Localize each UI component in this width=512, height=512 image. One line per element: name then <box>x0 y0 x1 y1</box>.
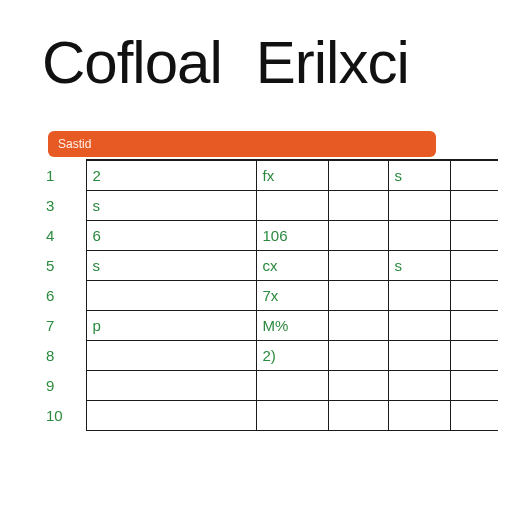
cell[interactable] <box>388 370 450 400</box>
cell[interactable] <box>450 340 498 370</box>
table-row: 7 p M% <box>42 310 498 340</box>
table-row: 10 <box>42 400 498 430</box>
cell[interactable] <box>86 370 256 400</box>
cell[interactable] <box>256 370 328 400</box>
cell[interactable]: fx <box>256 160 328 190</box>
cell[interactable]: s <box>86 250 256 280</box>
cell[interactable] <box>450 250 498 280</box>
cell[interactable] <box>328 160 388 190</box>
cell[interactable] <box>450 220 498 250</box>
cell[interactable] <box>388 280 450 310</box>
cell[interactable]: cx <box>256 250 328 280</box>
cell[interactable]: s <box>388 250 450 280</box>
cell[interactable] <box>86 340 256 370</box>
cell[interactable] <box>388 400 450 430</box>
cell[interactable] <box>328 220 388 250</box>
table-row: 5 s cx s <box>42 250 498 280</box>
cell[interactable]: 6 <box>86 220 256 250</box>
page-title: CofloalErilxci <box>42 28 490 97</box>
cell[interactable] <box>450 370 498 400</box>
cell[interactable] <box>328 340 388 370</box>
cell[interactable] <box>86 400 256 430</box>
table-row: 9 <box>42 370 498 400</box>
sheet-header-label: Sastid <box>58 137 91 151</box>
row-number: 5 <box>42 250 86 280</box>
cell[interactable]: s <box>86 190 256 220</box>
cell[interactable] <box>256 190 328 220</box>
table-row: 1 2 fx s <box>42 160 498 190</box>
cell[interactable] <box>388 340 450 370</box>
table-row: 3 s <box>42 190 498 220</box>
cell[interactable]: 106 <box>256 220 328 250</box>
cell[interactable] <box>450 160 498 190</box>
table-row: 4 6 106 <box>42 220 498 250</box>
cell[interactable] <box>450 280 498 310</box>
sheet-header-bar[interactable]: Sastid <box>48 131 436 157</box>
cell[interactable] <box>328 370 388 400</box>
cell[interactable] <box>86 280 256 310</box>
cell[interactable]: 2 <box>86 160 256 190</box>
table-row: 6 7x <box>42 280 498 310</box>
row-number: 3 <box>42 190 86 220</box>
cell[interactable]: 2) <box>256 340 328 370</box>
title-word-2: Erilxci <box>256 29 409 96</box>
row-number: 9 <box>42 370 86 400</box>
cell[interactable] <box>328 250 388 280</box>
cell[interactable]: M% <box>256 310 328 340</box>
cell[interactable] <box>388 220 450 250</box>
cell[interactable] <box>450 190 498 220</box>
cell[interactable] <box>388 310 450 340</box>
row-number: 4 <box>42 220 86 250</box>
grid[interactable]: 1 2 fx s 3 s 4 6 1 <box>42 159 498 431</box>
cell[interactable] <box>450 310 498 340</box>
cell[interactable] <box>328 400 388 430</box>
cell[interactable] <box>328 280 388 310</box>
cell[interactable] <box>450 400 498 430</box>
row-number: 1 <box>42 160 86 190</box>
title-word-1: Cofloal <box>42 29 222 96</box>
cell[interactable] <box>388 190 450 220</box>
cell[interactable]: 7x <box>256 280 328 310</box>
row-number: 10 <box>42 400 86 430</box>
cell[interactable]: s <box>388 160 450 190</box>
cell[interactable] <box>328 190 388 220</box>
table-row: 8 2) <box>42 340 498 370</box>
row-number: 6 <box>42 280 86 310</box>
cell[interactable] <box>256 400 328 430</box>
cell[interactable] <box>328 310 388 340</box>
row-number: 7 <box>42 310 86 340</box>
cell[interactable]: p <box>86 310 256 340</box>
row-number: 8 <box>42 340 86 370</box>
spreadsheet: Sastid 1 2 fx s 3 s <box>42 131 490 431</box>
